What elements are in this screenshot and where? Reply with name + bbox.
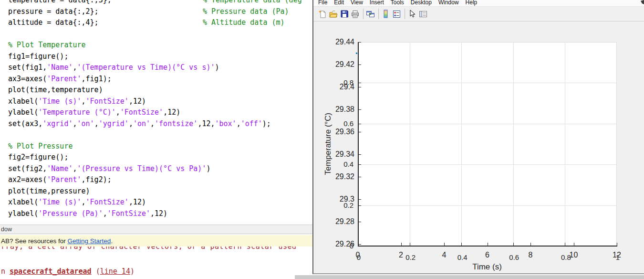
gridline-vertical [565, 42, 565, 246]
code-token: , [150, 119, 155, 128]
plot-xlabel: Time (s) [449, 262, 525, 272]
y-overlay-tickmark [358, 124, 361, 124]
code-line: ax2=axes('Parent',fig2); [8, 174, 315, 186]
y-tickmark [358, 222, 361, 222]
y-tickmark [358, 132, 361, 132]
code-line [8, 129, 315, 141]
code-token: ,12) [129, 97, 146, 106]
plot-area: Temperature (°C) Time (s) 02468101200.20… [313, 0, 644, 273]
y-tick-label: 29.28 [326, 218, 354, 225]
code-line: % Plot Pressure [8, 141, 315, 152]
code-token: 'off' [241, 119, 262, 128]
x-overlay-tick-label: 0.8 [555, 254, 576, 261]
code-token: 'ygrid' [99, 119, 129, 128]
code-token: , [73, 164, 77, 173]
code-token: 'FontSize' [120, 108, 163, 117]
y-overlay-tickmark [358, 164, 361, 165]
code-token: ylabel( [8, 209, 38, 218]
gridline-horizontal [358, 205, 617, 206]
code-token: , [103, 209, 107, 218]
code-line: set(fig2,'Name','(Pressure vs Time)(°C v… [8, 163, 315, 175]
code-token: ) [206, 164, 210, 173]
gridline-vertical [410, 42, 410, 246]
x-tickmark [530, 243, 531, 246]
code-token: 'fontsize' [155, 119, 197, 128]
code-line: ylabel('Temperature (°C)','FontSize',12) [8, 107, 315, 118]
code-token: ,12) [150, 209, 167, 218]
command-window-banner: AB? See resources for Getting Started. [0, 235, 315, 247]
x-axis-line [358, 246, 617, 247]
error-function-link[interactable]: spacecraft_dataread [10, 267, 92, 276]
code-token: , [129, 119, 133, 128]
y-tick-label: 29.42 [326, 61, 354, 68]
code-token: 'FontSize' [86, 198, 129, 206]
code-token: 'FontSize' [107, 209, 150, 218]
code-token: '(Temperature vs Time)(°C vs s)' [77, 63, 215, 72]
command-window-title-fragment: dow [1, 226, 12, 233]
code-line: pressure = data{:,2};% Pressure data (Pa… [8, 6, 315, 18]
getting-started-link[interactable]: Getting Started [68, 237, 111, 245]
code-token: ax3=axes( [8, 75, 47, 83]
code-token: set(ax3, [8, 119, 42, 128]
code-token: 'xgrid' [42, 119, 73, 128]
code-token: 'Time (s)' [38, 198, 81, 206]
y-overlay-tick-label: 0.8 [325, 79, 353, 86]
code-token: 'Parent' [47, 175, 81, 184]
editor-pane[interactable]: temperature = data{:,3};% Temperature da… [0, 0, 315, 225]
code-token: 'on' [133, 119, 150, 128]
y-tickmark [358, 64, 361, 65]
code-token: % Plot Pressure [8, 142, 73, 150]
x-overlay-tick-label: 0.6 [504, 254, 525, 261]
code-token: 'Time (s)' [38, 97, 81, 106]
code-line: fig1=figure(); [8, 51, 315, 63]
y-tickmark [358, 109, 361, 110]
command-window-error-line: n spacecraft_dataread (line 14) [1, 267, 135, 276]
y-tickmark [358, 177, 361, 177]
x-overlay-tick-label: 0.2 [400, 254, 421, 261]
command-window-header[interactable]: dow [0, 225, 315, 234]
x-overlay-tick-label: 1 [607, 254, 628, 261]
code-token: , [82, 198, 86, 206]
y-overlay-tickmark [358, 83, 361, 83]
code-comment: % Temperature data (deg [203, 0, 302, 6]
data-point [356, 53, 357, 54]
code-line: ax3=axes('Parent',fig1); [8, 74, 315, 85]
y-tickmark [358, 154, 361, 155]
gridline-horizontal [358, 83, 617, 83]
code-token: 'on' [77, 119, 94, 128]
code-token: 'Temperature (°C)' [38, 108, 116, 117]
code-token: ,12, [197, 119, 215, 128]
code-token: ); [262, 119, 271, 128]
x-overlay-tick-label: 0.4 [452, 254, 473, 261]
x-overlay-tickmark [410, 243, 410, 246]
code-line: ylabel('Pressure (Pa)','FontSize',12) [8, 208, 315, 220]
code-comment: % Altitude data (m) [203, 17, 285, 29]
code-token: set(fig1, [8, 63, 47, 72]
y-tick-label: 29.38 [326, 106, 354, 113]
code-token: ,fig1); [82, 75, 112, 83]
code-line: % Plot Temperature [8, 40, 315, 51]
code-line: xlabel('Time (s)','FontSize',12) [8, 197, 315, 208]
y-overlay-tick-label: 0 [325, 242, 353, 250]
taskbar-strip [295, 275, 644, 279]
code-token: xlabel( [8, 97, 38, 106]
y-overlay-tickmark [358, 246, 361, 247]
code-token: plot(time,pressure) [8, 187, 90, 195]
code-token: ,12) [129, 198, 146, 206]
code-line: fig2=figure(); [8, 152, 315, 163]
code-token: , [94, 119, 99, 128]
command-window-error-clip: rray, a cell array of character vectors,… [0, 247, 312, 253]
gridline-horizontal [358, 124, 617, 124]
code-token: , [116, 108, 120, 117]
error-line-link[interactable]: line 14 [100, 267, 130, 276]
gridline-horizontal [358, 164, 617, 165]
banner-text: AB? See resources for [1, 237, 68, 245]
code-line: set(fig1,'Name','(Temperature vs Time)(°… [8, 62, 315, 74]
code-line: altitude = data{:,4};% Altitude data (m) [8, 17, 315, 29]
gridline-vertical [461, 42, 462, 246]
code-line: set(ax3,'xgrid','on','ygrid','on','fonts… [8, 118, 315, 130]
code-line: plot(time,pressure) [8, 186, 315, 197]
code-token: ,12) [163, 108, 180, 117]
x-overlay-tickmark [617, 243, 617, 246]
code-token: '(Pressure vs Time)(°C vs Pa)' [77, 164, 207, 173]
